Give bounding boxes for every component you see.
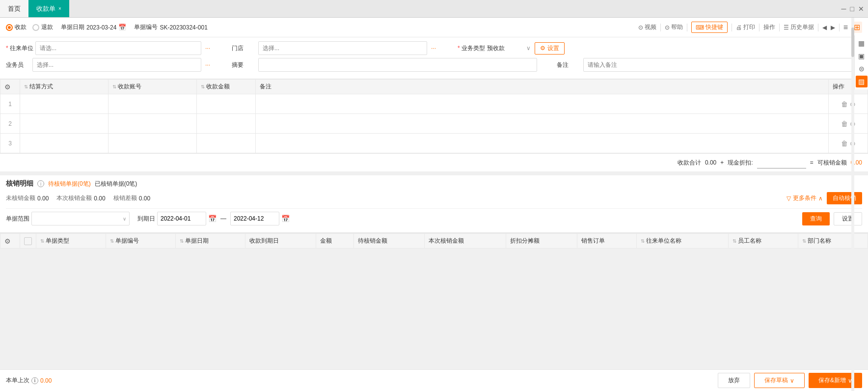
section-header: 核销明细 i 待核销单据(0笔) 已核销单据(0笔) [6,179,862,188]
row-settlement-1[interactable] [20,94,108,114]
table-settings-icon[interactable]: ⚙ [4,83,11,91]
store-input[interactable] [258,41,427,55]
note-input[interactable] [583,58,862,72]
tab-receipt-label: 收款单 [36,4,55,13]
shortcut-label: 快捷键 [705,23,723,31]
plus-sign: + [720,159,724,166]
date-value[interactable]: 2023-03-24 [86,24,116,31]
tab-receipt[interactable]: 收款单 × [28,0,69,17]
row-note-1[interactable] [256,94,829,114]
col-settlement: ⇅ 结算方式 [20,80,108,94]
video-btn[interactable]: ⊙ 视频 [638,23,656,31]
current-amount-item: 本次核销金额 0.00 [56,194,105,202]
unverified-amount-label: 未核销金额 [6,194,35,202]
more-conditions-btn[interactable]: ▽ 更多条件 ∧ [787,194,823,202]
sidebar-link-icon[interactable]: ⊜ [856,63,868,75]
tab-home[interactable]: 首页 [0,0,28,17]
bottom-info-icon[interactable]: ℹ [31,377,38,384]
sub-col-type: ⇅ 单据类型 [36,234,106,249]
calendar-from-icon[interactable]: 📅 [208,215,217,223]
sort-dept-icon: ⇅ [802,238,808,244]
operation-btn[interactable]: 操作 [763,23,775,31]
abandon-button[interactable]: 放弃 [718,373,750,388]
auto-verify-button[interactable]: 自动核销 [827,192,862,204]
diff-item: 核销差额 0.00 [113,194,150,202]
row-account-1[interactable] [108,94,197,114]
row-account-2[interactable] [108,114,197,134]
col-account: ⇅ 收款账号 [108,80,197,94]
range-select[interactable]: ∨ [31,212,130,225]
summary-row: 收款合计 0.00 + 现金折扣: = 可核销金额 0.00 [0,153,868,171]
store-more-icon[interactable]: ··· [429,45,438,52]
summary-input[interactable] [258,58,537,72]
layout-list-icon[interactable]: ≡ [843,23,848,32]
range-field: 单据范围 ∨ [6,212,130,225]
nav-next-icon[interactable]: ▶ [831,24,835,31]
maximize-button[interactable]: □ [850,5,854,13]
filter-row: 单据范围 ∨ 到期日 📅 — 📅 查询 设置 [6,208,862,228]
help-btn[interactable]: ⊙ 帮助 [665,23,683,31]
settings-button[interactable]: ⚙ 设置 [535,42,565,55]
row-action-3: 🗑 ⊕ [829,134,868,153]
stats-row: 未核销金额 0.00 本次核销金额 0.00 核销差额 0.00 ▽ 更多条件 … [6,192,862,204]
staff-input[interactable] [32,58,201,72]
sub-col-settings[interactable]: ⚙ [0,234,20,249]
main-content: 收款 退款 单据日期 2023-03-24 📅 单据编号 SK-20230324… [0,18,868,391]
minimize-button[interactable]: ─ [841,5,846,13]
row-amount-1[interactable] [197,94,256,114]
verified-tab[interactable]: 已核销单据(0笔) [95,180,137,188]
staff-more-icon[interactable]: ··· [203,61,212,68]
close-window-button[interactable]: ✕ [858,5,864,13]
select-all-checkbox[interactable] [24,237,32,245]
save-draft-button[interactable]: 保存草稿 ∨ [754,373,805,388]
tab-home-label: 首页 [8,4,21,13]
summary-label: 摘要 [232,61,256,69]
number-value[interactable]: SK-20230324-001 [160,24,207,31]
row-settlement-3[interactable] [20,134,108,153]
col-note: 备注 [256,80,829,94]
pending-tab[interactable]: 待核销单据(0笔) [48,180,91,188]
row-settlement-2[interactable] [20,114,108,134]
video-icon: ⊙ [638,24,643,31]
business-type-chevron[interactable]: ∨ [526,45,531,52]
row-note-3[interactable] [256,134,829,153]
nav-prev-icon[interactable]: ◀ [822,24,827,31]
row-note-2[interactable] [256,114,829,134]
date-to-input[interactable] [230,212,279,225]
sub-col-checkbox[interactable] [20,234,36,249]
radio-receipt-label: 收款 [15,23,27,31]
sidebar-form-icon[interactable]: ▣ [856,50,868,62]
counterpart-more-icon[interactable]: ··· [203,45,212,52]
calendar-to-icon[interactable]: 📅 [281,215,290,223]
delete-row-1-icon[interactable]: 🗑 [841,100,848,108]
row-account-3[interactable] [108,134,197,153]
print-btn[interactable]: 🖨 打印 [736,23,755,31]
calendar-icon[interactable]: 📅 [118,24,126,31]
toolbar: 收款 退款 单据日期 2023-03-24 📅 单据编号 SK-20230324… [0,18,868,37]
receipt-table-container: ⚙ ⇅ 结算方式 ⇅ 收款账号 ⇅ 收款金额 备注 操作 [0,79,868,153]
tab-close-icon[interactable]: × [58,6,61,11]
radio-receipt[interactable]: 收款 [6,23,27,31]
radio-refund[interactable]: 退款 [32,23,53,31]
delete-row-2-icon[interactable]: 🗑 [841,120,848,128]
filter-settings-button[interactable]: 设置 [834,212,862,225]
shortcut-btn[interactable]: ⌨ 快捷键 [691,22,728,33]
sidebar-expand-icon[interactable]: ▨ [856,76,868,87]
sub-col-date: ⇅ 单据日期 [175,234,245,249]
info-icon[interactable]: i [37,180,44,187]
row-action-1: 🗑 ⊕ [829,94,868,114]
sidebar-table-icon[interactable]: ▦ [856,37,868,49]
query-button[interactable]: 查询 [802,212,830,225]
discount-input[interactable] [757,157,806,168]
col-settings[interactable]: ⚙ [0,80,20,94]
history-btn[interactable]: ☰ 历史单据 [784,23,814,31]
right-sidebar: ▦ ▣ ⊜ ▨ [854,35,868,89]
sub-col-counterpart: ⇅ 往来单位名称 [637,234,729,249]
date-from-input[interactable] [157,212,206,225]
sort-type-icon: ⇅ [40,238,46,244]
counterpart-input[interactable] [35,41,201,55]
sub-table-settings-icon[interactable]: ⚙ [4,237,11,245]
row-amount-2[interactable] [197,114,256,134]
row-amount-3[interactable] [197,134,256,153]
delete-row-3-icon[interactable]: 🗑 [841,140,848,147]
